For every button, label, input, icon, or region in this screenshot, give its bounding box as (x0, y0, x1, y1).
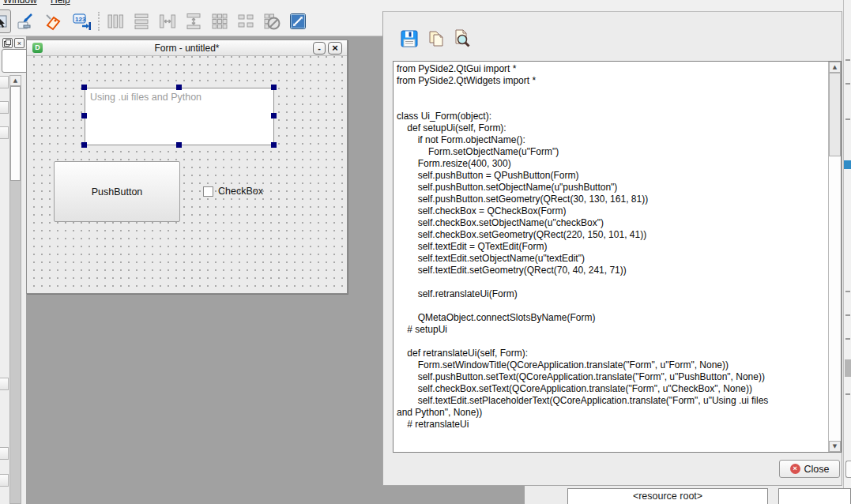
selection-handle-sw[interactable] (81, 142, 87, 148)
scroll-up-icon[interactable]: ▲ (10, 76, 21, 86)
widgetbox-item[interactable] (0, 447, 9, 460)
layout-form-icon (236, 12, 255, 31)
checkbox-widget[interactable] (203, 186, 213, 197)
preview-button[interactable] (451, 28, 473, 50)
float-icon (4, 39, 11, 47)
code-line: QMetaObject.connectSlotsByName(Form) (397, 312, 828, 324)
code-line: self.checkBox.setGeometry(QRect(220, 150… (397, 229, 828, 241)
copy-button[interactable] (425, 28, 447, 50)
textedit-widget[interactable]: Using .ui files and Python (85, 88, 274, 145)
widgetbox-item[interactable] (0, 76, 9, 88)
widgetbox-item[interactable] (0, 126, 9, 139)
widgetbox-item[interactable] (0, 101, 9, 114)
scroll-down-icon[interactable]: ▼ (829, 441, 841, 452)
layout-horizontal-icon (106, 12, 125, 31)
selection-handle-w[interactable] (81, 113, 87, 118)
code-scrollbar[interactable]: ▲ ▼ (828, 62, 841, 452)
code-line: # retranslateUi (397, 419, 828, 431)
code-line: self.textEdit.setObjectName(u"textEdit") (397, 253, 828, 265)
scrollbar-thumb[interactable] (10, 86, 21, 181)
splitter-horizontal-icon (158, 12, 177, 31)
form-close-button[interactable]: × (328, 42, 342, 55)
code-line: self.textEdit.setGeometry(QRect(70, 40, … (397, 265, 828, 276)
copy-icon (427, 29, 446, 48)
widgetbox-item[interactable] (0, 378, 9, 390)
close-circle-icon: × (790, 464, 800, 474)
code-line (397, 99, 828, 111)
scroll-up-icon[interactable]: ▲ (829, 62, 841, 73)
svg-text:123: 123 (75, 16, 86, 23)
dock-close-button[interactable]: × (14, 38, 24, 48)
sliver-mark (845, 393, 850, 395)
edit-signals-slots-button[interactable] (13, 9, 37, 33)
break-layout-button[interactable] (260, 9, 284, 33)
close-button[interactable]: × Close (779, 460, 840, 478)
widgetbox-item[interactable] (0, 474, 9, 487)
selection-handle-s[interactable] (176, 142, 182, 148)
selected-row-sliver (844, 160, 851, 169)
code-line: self.checkBox.setText(QCoreApplication.t… (397, 383, 828, 395)
code-text: from PySide2.QtGui import * from PySide2… (393, 62, 828, 452)
dock-float-button[interactable] (2, 38, 13, 48)
edit-tab-order-icon: 123 (72, 12, 91, 31)
toolbar-separator (98, 12, 100, 31)
code-line: Form.setObjectName(u"Form") (397, 146, 828, 158)
second-close-button-sliver[interactable] (845, 461, 851, 478)
code-line (397, 87, 828, 99)
sliver-mark (845, 291, 850, 292)
resource-root-item[interactable]: <resource root> (568, 489, 767, 504)
form-minimize-button[interactable]: - (313, 42, 326, 55)
edit-widgets-button[interactable] (0, 9, 11, 33)
code-line (397, 336, 828, 348)
code-line: self.textEdit = QTextEdit(Form) (397, 241, 828, 253)
right-dock-sliver (843, 0, 851, 504)
resource-tree-panel[interactable]: <resource root> (567, 488, 768, 504)
layout-grid-button[interactable] (208, 9, 232, 33)
widget-box-search-input[interactable] (2, 49, 26, 73)
code-line: Form.resize(400, 300) (397, 158, 828, 170)
sliver-mark (845, 59, 850, 61)
code-line (397, 300, 828, 312)
code-editor[interactable]: from PySide2.QtGui import * from PySide2… (393, 61, 842, 453)
break-layout-icon (262, 12, 281, 31)
scrollbar-thumb[interactable] (829, 73, 841, 156)
sliver-mark (845, 83, 850, 85)
selection-handle-n[interactable] (176, 85, 182, 90)
layout-form-button[interactable] (234, 9, 258, 33)
widget-box-scrollbar[interactable]: ▲ (9, 75, 21, 504)
menu-window[interactable]: Window (3, 0, 37, 6)
resource-list-panel[interactable] (778, 488, 851, 504)
splitter-vertical-button[interactable] (182, 9, 205, 33)
code-line: self.pushButton = QPushButton(Form) (397, 170, 828, 182)
code-line: self.checkBox = QCheckBox(Form) (397, 205, 828, 217)
sliver-mark (845, 359, 851, 377)
pushbutton-widget[interactable]: PushButton (54, 161, 180, 222)
form-window-titlebar[interactable]: D Form - untitled* - × (27, 40, 347, 56)
save-button[interactable] (398, 28, 420, 50)
selection-handle-ne[interactable] (271, 85, 277, 90)
adjust-size-icon (288, 12, 307, 31)
layout-grid-icon (210, 12, 229, 31)
selection-handle-e[interactable] (271, 113, 277, 118)
checkbox-label[interactable]: CheckBox (218, 186, 263, 197)
edit-buddies-button[interactable] (41, 9, 65, 33)
textedit-placeholder: Using .ui files and Python (85, 88, 273, 106)
adjust-size-button[interactable] (286, 9, 310, 33)
code-line: def retranslateUi(self, Form): (397, 348, 828, 359)
form-canvas[interactable]: Using .ui files and Python PushButton Ch… (27, 56, 347, 293)
selection-handle-se[interactable] (271, 142, 277, 148)
widget-box-dock: × ▲ (0, 36, 26, 504)
menu-help[interactable]: Help (51, 0, 70, 6)
layout-horizontal-button[interactable] (104, 9, 127, 33)
menubar: Window Help (0, 0, 851, 6)
splitter-horizontal-button[interactable] (156, 9, 179, 33)
preview-icon (452, 28, 473, 49)
code-line: self.pushButton.setGeometry(QRect(30, 13… (397, 194, 828, 205)
edit-tab-order-button[interactable]: 123 (70, 9, 93, 33)
code-preview-dialog: from PySide2.QtGui import * from PySide2… (382, 11, 842, 486)
code-line: self.retranslateUi(Form) (397, 288, 828, 300)
selection-handle-nw[interactable] (81, 85, 87, 90)
main-toolbar: 123 (0, 6, 382, 36)
form-window-title: Form - untitled* (27, 40, 347, 56)
layout-vertical-button[interactable] (130, 9, 153, 33)
